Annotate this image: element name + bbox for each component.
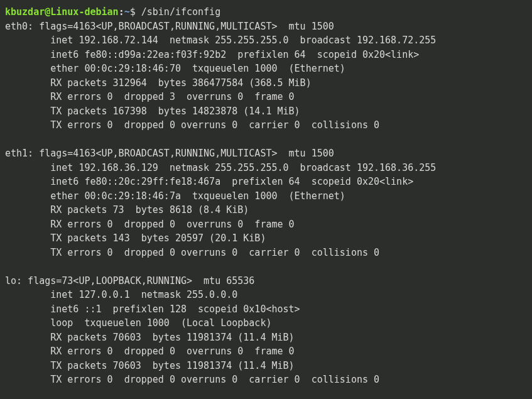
eth1-tx-errors: TX errors 0 dropped 0 overruns 0 carrier…: [5, 246, 527, 260]
prompt-colon: :: [119, 6, 124, 18]
lo-rx-packets: RX packets 70603 bytes 11981374 (11.4 Mi…: [5, 331, 527, 345]
blank-line: [5, 260, 527, 274]
eth0-tx-errors: TX errors 0 dropped 0 overruns 0 carrier…: [5, 118, 527, 133]
blank-line: [5, 133, 527, 147]
lo-loop: loop txqueuelen 1000 (Local Loopback): [5, 316, 527, 331]
prompt-user-host: kbuzdar@Linux-debian: [5, 6, 119, 18]
terminal-prompt-line[interactable]: kbuzdar@Linux-debian:~$ /sbin/ifconfig: [5, 5, 527, 19]
eth1-tx-packets: TX packets 143 bytes 20597 (20.1 KiB): [5, 231, 527, 246]
lo-rx-errors: RX errors 0 dropped 0 overruns 0 frame 0: [5, 344, 527, 359]
lo-tx-errors: TX errors 0 dropped 0 overruns 0 carrier…: [5, 373, 527, 387]
lo-inet: inet 127.0.0.1 netmask 255.0.0.0: [5, 288, 527, 302]
eth0-tx-packets: TX packets 167398 bytes 14823878 (14.1 M…: [5, 104, 527, 119]
eth1-inet6: inet6 fe80::20c:29ff:fe18:467a prefixlen…: [5, 175, 527, 189]
eth0-inet: inet 192.168.72.144 netmask 255.255.255.…: [5, 33, 527, 48]
eth0-rx-packets: RX packets 312964 bytes 386477584 (368.5…: [5, 76, 527, 90]
eth1-header: eth1: flags=4163<UP,BROADCAST,RUNNING,MU…: [5, 146, 527, 161]
eth0-ether: ether 00:0c:29:18:46:70 txqueuelen 1000 …: [5, 62, 527, 76]
prompt-dollar: $: [130, 6, 141, 18]
eth0-header: eth0: flags=4163<UP,BROADCAST,RUNNING,MU…: [5, 19, 527, 34]
prompt-path: ~: [124, 6, 130, 18]
eth0-rx-errors: RX errors 0 dropped 3 overruns 0 frame 0: [5, 90, 527, 104]
eth1-rx-errors: RX errors 0 dropped 0 overruns 0 frame 0: [5, 217, 527, 232]
lo-inet6: inet6 ::1 prefixlen 128 scopeid 0x10<hos…: [5, 302, 527, 317]
lo-header: lo: flags=73<UP,LOOPBACK,RUNNING> mtu 65…: [5, 274, 527, 288]
eth1-ether: ether 00:0c:29:18:46:7a txqueuelen 1000 …: [5, 189, 527, 204]
eth1-rx-packets: RX packets 73 bytes 8618 (8.4 KiB): [5, 203, 527, 217]
eth1-inet: inet 192.168.36.129 netmask 255.255.255.…: [5, 161, 527, 175]
eth0-inet6: inet6 fe80::d99a:22ea:f03f:92b2 prefixle…: [5, 48, 527, 62]
lo-tx-packets: TX packets 70603 bytes 11981374 (11.4 Mi…: [5, 359, 527, 373]
command-text: /sbin/ifconfig: [141, 6, 220, 18]
